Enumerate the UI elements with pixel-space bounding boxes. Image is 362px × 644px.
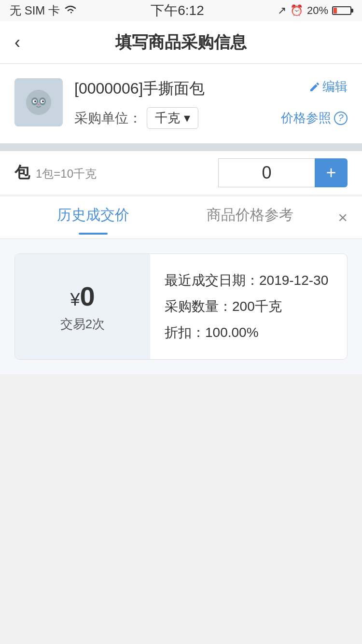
card-area: ¥0 交易2次 最近成交日期：2019-12-30 采购数量：200千克 折扣：… bbox=[0, 239, 362, 374]
tab-price-reference[interactable]: 商品价格参考 bbox=[171, 205, 328, 230]
card-right: 最近成交日期：2019-12-30 采购数量：200千克 折扣：100.00% bbox=[150, 254, 347, 359]
svg-point-6 bbox=[42, 100, 44, 102]
discount-row: 折扣：100.00% bbox=[165, 323, 333, 342]
product-name: [0000006]手撕面包 bbox=[74, 78, 205, 99]
quantity-row: 包 1包=10千克 + bbox=[0, 151, 362, 195]
product-image bbox=[14, 78, 63, 126]
page-title: 填写商品采购信息 bbox=[115, 31, 247, 54]
back-button[interactable]: ‹ bbox=[14, 32, 30, 53]
status-time: 下午6:12 bbox=[151, 1, 204, 20]
header: ‹ 填写商品采购信息 bbox=[0, 21, 362, 64]
svg-point-0 bbox=[26, 90, 51, 115]
tab-history-price[interactable]: 历史成交价 bbox=[14, 205, 171, 230]
status-left: 无 SIM 卡 bbox=[10, 3, 77, 18]
quantity-hint: 1包=10千克 bbox=[36, 166, 97, 182]
tab-close-button[interactable]: × bbox=[328, 208, 348, 227]
svg-point-5 bbox=[34, 100, 36, 102]
status-bar: 无 SIM 卡 下午6:12 ↗ ⏰ 20% bbox=[0, 0, 362, 21]
price-value: 0 bbox=[80, 281, 95, 311]
status-right: ↗ ⏰ 20% bbox=[278, 4, 352, 17]
unit-value: 千克 bbox=[155, 110, 180, 126]
unit-dropdown[interactable]: 千克 ▾ bbox=[147, 107, 198, 129]
currency-symbol: ¥ bbox=[70, 290, 80, 309]
quantity-unit: 包 bbox=[14, 162, 30, 183]
purchase-unit-row: 采购单位： 千克 ▾ 价格参照 ? bbox=[74, 107, 348, 129]
help-icon: ? bbox=[334, 112, 348, 125]
trade-count: 交易2次 bbox=[60, 316, 105, 333]
unit-label: 采购单位： bbox=[74, 109, 142, 127]
edit-button[interactable]: 编辑 bbox=[309, 78, 348, 95]
sim-status: 无 SIM 卡 bbox=[10, 3, 60, 18]
history-card: ¥0 交易2次 最近成交日期：2019-12-30 采购数量：200千克 折扣：… bbox=[14, 253, 348, 360]
quantity-plus-button[interactable]: + bbox=[315, 158, 348, 187]
discount-label: 折扣： bbox=[165, 325, 205, 340]
product-section: [0000006]手撕面包 编辑 采购单位： 千克 ▾ 价格参照 ? bbox=[0, 64, 362, 143]
qty-value: 200千克 bbox=[232, 299, 282, 314]
date-value: 2019-12-30 bbox=[259, 273, 328, 288]
price-ref-label: 价格参照 bbox=[281, 110, 331, 126]
dropdown-arrow-icon: ▾ bbox=[184, 111, 190, 126]
section-divider bbox=[0, 143, 362, 151]
card-price: ¥0 bbox=[70, 280, 95, 312]
price-ref-button[interactable]: 价格参照 ? bbox=[281, 110, 348, 126]
tab-section: 历史成交价 商品价格参考 × ¥0 交易2次 最近成交日期：2019-12-30… bbox=[0, 196, 362, 374]
battery-pct: 20% bbox=[307, 4, 328, 17]
qty-row: 采购数量：200千克 bbox=[165, 297, 333, 316]
tab-bar: 历史成交价 商品价格参考 × bbox=[0, 196, 362, 239]
quantity-input[interactable] bbox=[218, 158, 315, 187]
quantity-controls: + bbox=[218, 158, 348, 187]
battery-icon bbox=[332, 6, 352, 15]
product-header-row: [0000006]手撕面包 编辑 bbox=[74, 78, 348, 99]
qty-label: 采购数量： bbox=[165, 299, 232, 314]
product-info: [0000006]手撕面包 编辑 采购单位： 千克 ▾ 价格参照 ? bbox=[74, 78, 348, 129]
edit-icon bbox=[309, 81, 320, 93]
location-icon: ↗ bbox=[278, 4, 286, 17]
alarm-icon: ⏰ bbox=[290, 4, 303, 17]
date-label: 最近成交日期： bbox=[165, 273, 259, 288]
date-row: 最近成交日期：2019-12-30 bbox=[165, 271, 333, 290]
quantity-left: 包 1包=10千克 bbox=[14, 162, 97, 183]
wifi-icon bbox=[64, 4, 77, 17]
card-left: ¥0 交易2次 bbox=[15, 254, 150, 359]
discount-value: 100.00% bbox=[205, 325, 259, 340]
